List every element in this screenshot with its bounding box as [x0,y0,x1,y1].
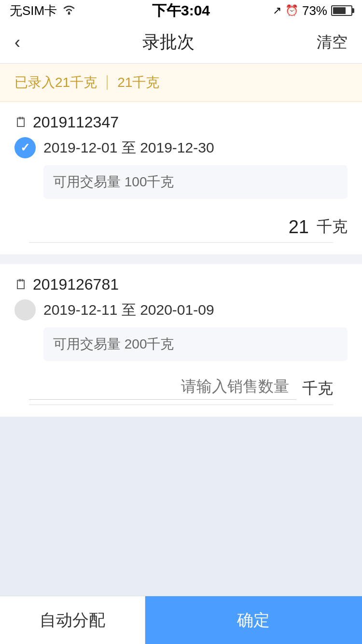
quantity-input-2[interactable] [152,378,296,395]
batch1-header: 🗒 2019112347 [14,113,348,131]
info-value: 21千克 [117,73,159,92]
page-title: 录批次 [142,30,195,54]
battery-percent: 73% [302,3,327,18]
batch1-row[interactable]: 2019-12-01 至 2019-12-30 [14,137,348,158]
banner-divider [107,75,108,90]
auto-assign-button[interactable]: 自动分配 [0,596,145,644]
doc-icon-2: 🗒 [14,277,28,293]
batch2-availability: 可用交易量 200千克 [43,327,348,361]
batch2-row[interactable]: 2019-12-11 至 2020-01-09 [14,299,348,321]
batch2-header: 🗒 2019126781 [14,276,348,294]
batch1-date: 2019-12-01 至 2019-12-30 [43,138,214,158]
batch2-date: 2019-12-11 至 2020-01-09 [43,300,214,320]
quantity-input-wrapper[interactable] [29,378,296,400]
radio-unchecked-2[interactable] [14,299,36,321]
batch2-input-row: 千克 [14,371,348,405]
section-divider [0,254,362,264]
location-icon: ↗ [273,4,281,17]
batch2-id: 2019126781 [33,276,119,294]
batch1-availability: 可用交易量 100千克 [43,165,348,199]
bottom-bar: 自动分配 确定 [0,596,362,644]
alarm-icon: ⏰ [285,4,298,17]
batch1-id: 2019112347 [33,113,119,131]
batch-item-1: 🗒 2019112347 2019-12-01 至 2019-12-30 可用交… [0,102,362,254]
batch1-quantity-row: 21 千克 [14,209,348,242]
batch2-unit: 千克 [302,378,333,399]
batch-item-2: 🗒 2019126781 2019-12-11 至 2020-01-09 可用交… [0,264,362,417]
radio-checked-1[interactable] [14,137,36,158]
clear-button[interactable]: 清空 [317,32,348,53]
status-right: ↗ ⏰ 73% [273,3,352,18]
info-label: 已录入21千克 [14,73,97,92]
carrier-text: 无SIM卡 [10,2,57,19]
batch1-quantity-unit: 千克 [317,216,348,238]
info-banner: 已录入21千克 21千克 [0,64,362,102]
status-time: 下午3:04 [152,1,210,21]
doc-icon-1: 🗒 [14,114,28,130]
battery-icon [331,5,352,16]
wifi-icon [62,3,76,18]
nav-bar: ‹ 录批次 清空 [0,21,362,64]
status-left: 无SIM卡 [10,2,76,19]
svg-point-0 [68,12,70,14]
batch1-divider [29,242,333,243]
confirm-button[interactable]: 确定 [145,596,362,644]
batch1-quantity-value: 21 [289,217,309,238]
back-button[interactable]: ‹ [14,32,20,53]
batch2-divider [29,405,333,405]
status-bar: 无SIM卡 下午3:04 ↗ ⏰ 73% [0,0,362,21]
